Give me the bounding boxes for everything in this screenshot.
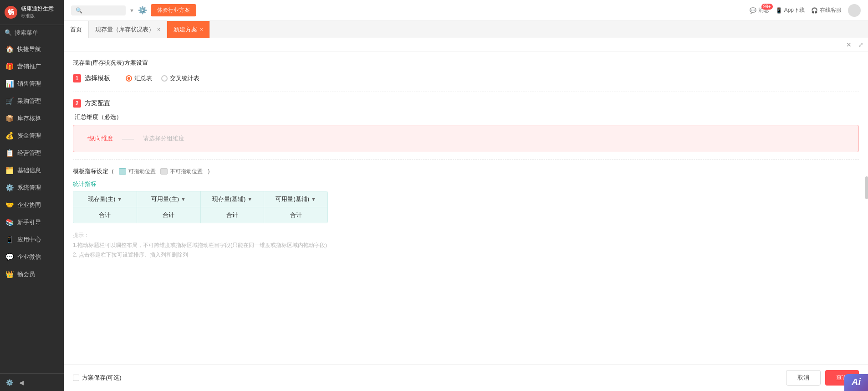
sidebar-item-finance[interactable]: 💰 资金管理 [0, 127, 64, 144]
stats-col-cell-3: 合计 [264, 207, 327, 223]
sidebar-item-label: 库存核算 [17, 114, 41, 123]
sidebar-item-label: 系统管理 [17, 184, 41, 192]
stats-col-header-3: 可用量(基辅) ▼ [264, 191, 327, 207]
sidebar-item-purchase[interactable]: 🛒 采购管理 [0, 93, 64, 110]
sidebar-item-quick-nav[interactable]: 🏠 快捷导航 [0, 41, 64, 58]
save-checkbox[interactable] [73, 375, 79, 381]
radio-summary-label: 汇总表 [134, 74, 152, 82]
sidebar-search[interactable]: 🔍 搜索菜单 [0, 25, 64, 41]
stats-title: 统计指标 [73, 180, 859, 188]
sidebar-item-member[interactable]: 👑 畅会员 [0, 266, 64, 283]
sidebar-item-label: 采购管理 [17, 97, 41, 105]
topbar-search[interactable]: 🔍 [71, 5, 126, 15]
sidebar-item-label: 新手引导 [17, 218, 41, 226]
close-panel-icon[interactable]: ✕ [844, 40, 853, 49]
topbar-left: 🔍 ▼ ⚙️ 体验行业方案 [71, 4, 745, 16]
stats-col-cell-2: 合计 [201, 207, 264, 223]
dimension-placeholder: 请选择分组维度 [143, 134, 184, 143]
gear-icon: ⚙️ [5, 184, 14, 192]
save-label: 方案保存(可选) [82, 374, 122, 382]
ai-badge[interactable]: Ai [844, 374, 868, 391]
online-service-badge[interactable]: 🎧 在线客服 [811, 6, 842, 14]
main-area: 🔍 ▼ ⚙️ 体验行业方案 💬 消息 99+ 📱 App下载 🎧 在线客服 [64, 0, 868, 391]
message-badge[interactable]: 💬 消息 99+ [750, 6, 769, 14]
radio-cross-label: 交叉统计表 [170, 74, 199, 82]
collapse-icon[interactable]: ◀ [17, 378, 26, 386]
topbar-right: 💬 消息 99+ 📱 App下载 🎧 在线客服 [750, 4, 861, 17]
page-title: 现存量(库存状况表)方案设置 [73, 59, 859, 67]
sidebar-item-label: 企业微信 [17, 253, 41, 261]
stats-col-cell-0: 合计 [73, 207, 137, 223]
vertical-dim-label: *纵向维度 [87, 134, 113, 143]
divider1 [73, 92, 859, 92]
sidebar-item-sales[interactable]: 📊 销售管理 [0, 75, 64, 93]
tabs-bar: 首页 现存量（库存状况表） × 新建方案 × [64, 21, 868, 38]
tab-inventory-status[interactable]: 现存量（库存状况表） × [89, 21, 167, 38]
tip1: 1.拖动标题栏可以调整布局，不可跨维度或指标区域拖动栏目字段(只能在同一维度或指… [73, 241, 859, 251]
sidebar-item-wechat[interactable]: 💬 企业微信 [0, 248, 64, 266]
mobile-icon: 📱 [5, 236, 14, 244]
sidebar-item-label: 应用中心 [17, 236, 41, 244]
sidebar-logo: 畅 畅康通好生意 标准版 [0, 0, 64, 25]
save-option[interactable]: 方案保存(可选) [73, 374, 122, 382]
chevron-col-3[interactable]: ▼ [311, 196, 316, 202]
divider2 [73, 159, 859, 160]
crown-icon: 👑 [5, 270, 14, 278]
sidebar-item-business[interactable]: 📋 经营管理 [0, 144, 64, 162]
radio-summary-dot [126, 75, 132, 82]
tab-inventory-close[interactable]: × [157, 26, 160, 33]
stats-col-3: 可用量(基辅) ▼ 合计 [264, 191, 327, 223]
chat-icon: 💬 [5, 253, 14, 261]
radio-summary[interactable]: 汇总表 [126, 74, 152, 82]
cart-icon: 🛒 [5, 97, 14, 105]
stats-col-label-0: 现存量(主) [88, 195, 116, 203]
sidebar-item-system[interactable]: ⚙️ 系统管理 [0, 179, 64, 196]
section2-header: 2 方案配置 [73, 99, 859, 108]
logo-title: 畅康通好生意 [21, 5, 54, 13]
chevron-col-0[interactable]: ▼ [117, 196, 122, 202]
user-avatar[interactable] [848, 4, 861, 17]
chevron-down-icon: ▼ [129, 8, 134, 13]
radio-cross[interactable]: 交叉统计表 [161, 74, 199, 82]
stats-col-2: 现存量(基辅) ▼ 合计 [201, 191, 265, 223]
legend-draggable: 可拖动位置 [119, 168, 156, 175]
sidebar-item-inventory[interactable]: 📦 库存核算 [0, 110, 64, 127]
tab-home[interactable]: 首页 [64, 21, 89, 38]
legend-non-draggable-label: 不可拖动位置 [170, 168, 203, 175]
topbar-settings-icon[interactable]: ⚙️ [138, 6, 147, 15]
sidebar-item-guide[interactable]: 📚 新手引导 [0, 214, 64, 231]
expand-panel-icon[interactable]: ⤢ [856, 40, 865, 49]
cancel-button[interactable]: 取消 [786, 370, 821, 386]
indicator-settings: 模板指标设定（ 可拖动位置 不可拖动位置 ） 统计指标 [73, 167, 859, 223]
stats-col-header-2: 现存量(基辅) ▼ [201, 191, 264, 207]
stats-col-label-2: 现存量(基辅) [212, 195, 246, 203]
template-radio-group: 汇总表 交叉统计表 [126, 74, 199, 82]
sidebar-item-base-info[interactable]: 🗂️ 基础信息 [0, 162, 64, 179]
money-icon: 💰 [5, 132, 14, 140]
chevron-col-1[interactable]: ▼ [181, 196, 186, 202]
stats-col-header-0: 现存量(主) ▼ [73, 191, 137, 207]
handshake-icon: 🤝 [5, 201, 14, 209]
scroll-handle[interactable] [865, 176, 868, 199]
sidebar-item-app-center[interactable]: 📱 应用中心 [0, 231, 64, 248]
app-download-badge[interactable]: 📱 App下载 [776, 6, 805, 14]
settings-icon[interactable]: ⚙️ [5, 378, 14, 386]
dimension-box[interactable]: *纵向维度 —— 请选择分组维度 [73, 125, 859, 152]
logo-subtitle: 标准版 [21, 13, 54, 19]
industry-btn[interactable]: 体验行业方案 [151, 4, 196, 16]
sidebar-item-label: 基础信息 [17, 166, 41, 175]
section2-title: 方案配置 [85, 99, 110, 108]
indicator-label: 模板指标设定（ 可拖动位置 不可拖动位置 ） [73, 167, 859, 175]
stats-table: 现存量(主) ▼ 合计 可用量(主) ▼ 合计 [73, 191, 328, 223]
search-label: 搜索菜单 [15, 29, 38, 37]
sidebar-nav: 🏠 快捷导航 🎁 营销推广 📊 销售管理 🛒 采购管理 📦 库存核算 💰 资金管… [0, 41, 64, 373]
tab-new-plan-close[interactable]: × [200, 26, 203, 33]
sidebar-item-cooperation[interactable]: 🤝 企业协同 [0, 196, 64, 214]
chevron-col-2[interactable]: ▼ [247, 196, 252, 202]
mobile-icon: 📱 [776, 7, 782, 14]
tab-new-plan[interactable]: 新建方案 × [167, 21, 210, 38]
sidebar-item-marketing[interactable]: 🎁 营销推广 [0, 58, 64, 75]
legend-non-draggable: 不可拖动位置 [160, 168, 203, 175]
section1-header: 1 选择模板 汇总表 交叉统计表 [73, 74, 859, 82]
sidebar-item-label: 畅会员 [17, 270, 35, 278]
